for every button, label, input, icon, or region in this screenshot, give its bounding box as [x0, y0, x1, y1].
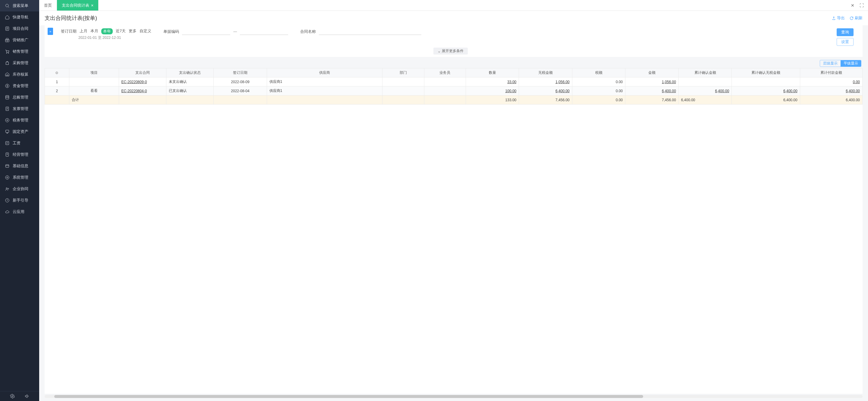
scrollbar-thumb[interactable]: [54, 395, 643, 398]
sidebar-item-cloud[interactable]: 云应用: [0, 206, 39, 218]
totals-amount: 7,456.00: [625, 96, 679, 105]
range-opt[interactable]: 本月: [90, 28, 98, 34]
sidebar-item-asset[interactable]: 固定资产: [0, 126, 39, 137]
tab-home[interactable]: 首页: [39, 0, 57, 10]
docno-label: 单据编码: [163, 29, 179, 34]
biz-icon: [5, 152, 10, 157]
gift-icon: [5, 38, 10, 42]
svg-point-0: [6, 4, 8, 7]
sidebar-item-team[interactable]: 企业协同: [0, 183, 39, 195]
col-contract: 支出合同: [119, 68, 166, 77]
sidebar-item-coin[interactable]: 资金管理: [0, 80, 39, 92]
query-button[interactable]: 查询: [837, 28, 854, 36]
cell-link[interactable]: 1,056.00: [662, 80, 676, 84]
sidebar-item-label: 云应用: [13, 209, 24, 214]
cell-link[interactable]: 6,400.00: [555, 89, 569, 93]
sidebar-item-file[interactable]: 项目合同: [0, 23, 39, 34]
sidebar-item-label: 基础信息: [13, 163, 28, 169]
ledger-icon: [5, 95, 10, 100]
page-header: 支出合同统计表(按单) 导出 刷新: [39, 11, 868, 25]
sidebar-item-guide[interactable]: 新手引导: [0, 195, 39, 206]
col-cumconfirmnotax: 累计确认无税金额: [732, 68, 800, 77]
table-wrap: ⚙ 项目 支出合同 支出确认状态 签订日期 供应商 部门 业务员 数量 无税金额…: [44, 68, 863, 394]
svg-rect-9: [6, 130, 9, 133]
sidebar-item-invoice[interactable]: 发票管理: [0, 103, 39, 114]
col-gear[interactable]: ⚙: [45, 68, 69, 77]
sidebar-item-salary[interactable]: 工资: [0, 137, 39, 149]
horizontal-scrollbar[interactable]: [44, 395, 863, 398]
sidebar-menu: 搜索菜单快捷导航项目合同营销推广销售管理采购管理库存核算资金管理总账管理发票管理…: [0, 0, 39, 391]
contractname-filter: 合同名称: [300, 28, 421, 35]
sidebar-bottom: [0, 391, 39, 401]
range-opt[interactable]: 近7天: [116, 28, 126, 34]
sidebar-item-home[interactable]: 快捷导航: [0, 11, 39, 23]
docno-input-from[interactable]: [182, 28, 230, 35]
sidebar-item-bag[interactable]: 采购管理: [0, 57, 39, 69]
sidebar-item-search[interactable]: 搜索菜单: [0, 0, 39, 11]
col-qty: 数量: [466, 68, 519, 77]
coin-icon: [5, 83, 10, 88]
table-row[interactable]: 1EC-20220809-0未支出确认2022-08-09供应商133.001,…: [45, 77, 863, 87]
sidebar-item-label: 资金管理: [13, 83, 28, 89]
date-range-options: 上月本月本年近7天更多自定义: [80, 28, 151, 34]
tab-close-all-icon[interactable]: ✕: [849, 2, 856, 9]
collapse-toggle[interactable]: »: [48, 28, 53, 35]
cell-link[interactable]: 33.00: [507, 80, 516, 84]
view-flat[interactable]: 平级显示: [841, 60, 861, 67]
sound-icon[interactable]: [25, 394, 30, 399]
refresh-label: 刷新: [855, 15, 863, 21]
tab-active[interactable]: 支出合同统计表 ×: [57, 0, 98, 10]
settings-button[interactable]: 设置: [837, 38, 854, 46]
cell-link[interactable]: EC-20220804-0: [121, 89, 147, 93]
table-body: 1EC-20220809-0未支出确认2022-08-09供应商133.001,…: [45, 77, 863, 96]
cell-link[interactable]: 6,400.00: [783, 89, 798, 93]
table-row[interactable]: 2看看EC-20220804-0已支出确认2022-08-04供应商1100.0…: [45, 87, 863, 96]
fullscreen-icon[interactable]: ⛶: [858, 2, 865, 9]
range-opt[interactable]: 更多: [129, 28, 136, 34]
main: 首页 支出合同统计表 × ✕ ⛶ 支出合同统计表(按单) 导出 刷新: [39, 0, 868, 401]
tab-active-label: 支出合同统计表: [62, 3, 89, 8]
docno-input-to[interactable]: [240, 28, 288, 35]
sidebar-item-gift[interactable]: 营销推广: [0, 34, 39, 46]
cell-link[interactable]: 1,056.00: [555, 80, 569, 84]
cell-link[interactable]: EC-20220809-0: [121, 80, 147, 84]
export-button[interactable]: 导出: [832, 15, 845, 21]
view-tier[interactable]: 层级显示: [820, 60, 841, 67]
sidebar-item-label: 税务管理: [13, 118, 28, 123]
cell-link[interactable]: 0.00: [853, 80, 860, 84]
range-opt[interactable]: 本年: [101, 28, 113, 34]
sidebar-item-sys[interactable]: 系统管理: [0, 172, 39, 183]
filter-panel: » 签订日期 上月本月本年近7天更多自定义 2022-01-01 至 2022-…: [44, 25, 863, 57]
sidebar-item-label: 企业协同: [13, 186, 28, 192]
cell-link[interactable]: 6,400.00: [846, 89, 860, 93]
sidebar-item-label: 库存核算: [13, 72, 28, 77]
salary-icon: [5, 141, 10, 145]
col-salesman: 业务员: [424, 68, 466, 77]
sidebar-item-label: 搜索菜单: [13, 3, 28, 8]
cell-link[interactable]: 6,400.00: [715, 89, 730, 93]
sidebar-item-ledger[interactable]: 总账管理: [0, 92, 39, 103]
svg-point-16: [8, 188, 9, 189]
sidebar-item-cart[interactable]: 销售管理: [0, 46, 39, 57]
totals-cumconfirmnotax: 6,400.00: [732, 96, 800, 105]
docno-filter: 单据编码 —: [163, 28, 288, 35]
range-opt[interactable]: 上月: [80, 28, 87, 34]
expand-filters-button[interactable]: ⌄ 展开更多条件: [433, 47, 468, 55]
contractname-input[interactable]: [319, 28, 421, 35]
totals-tax: 0.00: [572, 96, 625, 105]
close-icon[interactable]: ×: [91, 3, 93, 7]
cell-link[interactable]: 100.00: [505, 89, 517, 93]
sidebar-item-tax[interactable]: 税务管理: [0, 114, 39, 126]
totals-row: 合计 133.00 7,456.00 0.00 7,456.00 6,400.0…: [45, 96, 863, 105]
svg-rect-6: [6, 96, 9, 99]
totals-qty: 133.00: [466, 96, 519, 105]
range-opt[interactable]: 自定义: [140, 28, 151, 34]
table-scroll[interactable]: ⚙ 项目 支出合同 支出确认状态 签订日期 供应商 部门 业务员 数量 无税金额…: [44, 68, 863, 394]
cell-link[interactable]: 6,400.00: [662, 89, 676, 93]
sidebar-item-house[interactable]: 库存核算: [0, 69, 39, 80]
refresh-button[interactable]: 刷新: [849, 15, 863, 21]
gear-icon[interactable]: [10, 394, 15, 399]
sidebar-item-biz[interactable]: 经营管理: [0, 149, 39, 160]
svg-point-14: [5, 176, 9, 179]
sidebar-item-base[interactable]: 基础信息: [0, 160, 39, 172]
